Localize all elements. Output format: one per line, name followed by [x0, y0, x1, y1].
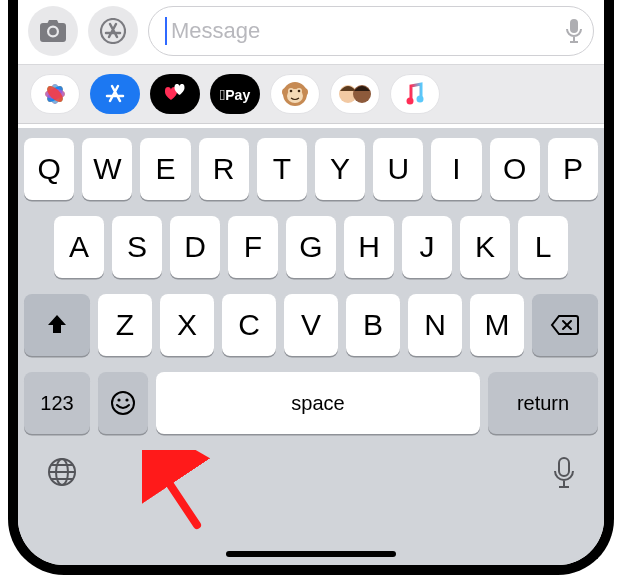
globe-icon [46, 456, 78, 488]
app-apple-pay[interactable]: Pay [210, 74, 260, 114]
memoji-faces-icon [338, 81, 372, 107]
monkey-icon [280, 79, 310, 109]
text-cursor [165, 17, 167, 45]
globe-key[interactable] [46, 456, 78, 490]
svg-point-24 [125, 398, 128, 401]
camera-button[interactable] [28, 6, 78, 56]
keyboard-footer [24, 444, 598, 490]
apple-pay-label: Pay [220, 86, 250, 103]
home-indicator[interactable] [226, 551, 396, 557]
key-row-3: Z X C V B N M [24, 294, 598, 356]
keyboard: Q W E R T Y U I O P A S D F G H [18, 128, 604, 565]
key-r[interactable]: R [199, 138, 249, 200]
key-row-2: A S D F G H J K L [24, 216, 598, 278]
appstore-icon [100, 18, 126, 44]
key-e[interactable]: E [140, 138, 190, 200]
imessage-app-strip: Pay [18, 64, 604, 124]
svg-point-21 [417, 96, 424, 103]
dictation-button-inline[interactable] [565, 18, 583, 44]
backspace-icon [550, 314, 580, 336]
key-k[interactable]: K [460, 216, 510, 278]
key-q[interactable]: Q [24, 138, 74, 200]
iphone-frame: Message Pay [8, 0, 614, 575]
key-d[interactable]: D [170, 216, 220, 278]
shift-key[interactable] [24, 294, 90, 356]
hearts-icon [160, 83, 190, 105]
key-o[interactable]: O [490, 138, 540, 200]
svg-point-20 [407, 98, 414, 105]
app-drawer-button[interactable] [88, 6, 138, 56]
key-v[interactable]: V [284, 294, 338, 356]
key-b[interactable]: B [346, 294, 400, 356]
key-m[interactable]: M [470, 294, 524, 356]
return-key[interactable]: return [488, 372, 598, 434]
key-row-1: Q W E R T Y U I O P [24, 138, 598, 200]
photos-icon [42, 81, 68, 107]
app-memoji[interactable] [330, 74, 380, 114]
key-s[interactable]: S [112, 216, 162, 278]
dictation-key[interactable] [552, 456, 576, 490]
key-f[interactable]: F [228, 216, 278, 278]
key-h[interactable]: H [344, 216, 394, 278]
microphone-icon [552, 456, 576, 490]
svg-point-22 [112, 392, 134, 414]
appstore-logo-icon [103, 82, 127, 106]
key-a[interactable]: A [54, 216, 104, 278]
app-photos[interactable] [30, 74, 80, 114]
app-music[interactable] [390, 74, 440, 114]
svg-point-23 [117, 398, 120, 401]
key-p[interactable]: P [548, 138, 598, 200]
svg-rect-27 [559, 458, 569, 476]
message-placeholder: Message [171, 18, 260, 44]
app-store[interactable] [90, 74, 140, 114]
app-animoji[interactable] [270, 74, 320, 114]
music-note-icon [405, 82, 425, 106]
key-row-bottom: 123 space return [24, 372, 598, 434]
key-x[interactable]: X [160, 294, 214, 356]
app-digital-touch[interactable] [150, 74, 200, 114]
key-l[interactable]: L [518, 216, 568, 278]
key-i[interactable]: I [431, 138, 481, 200]
numbers-key[interactable]: 123 [24, 372, 90, 434]
microphone-icon [565, 18, 583, 44]
key-j[interactable]: J [402, 216, 452, 278]
shift-icon [45, 313, 69, 337]
backspace-key[interactable] [532, 294, 598, 356]
key-n[interactable]: N [408, 294, 462, 356]
message-composer-row: Message [18, 0, 604, 64]
key-z[interactable]: Z [98, 294, 152, 356]
key-y[interactable]: Y [315, 138, 365, 200]
message-input[interactable]: Message [148, 6, 594, 56]
key-g[interactable]: G [286, 216, 336, 278]
emoji-key[interactable] [98, 372, 148, 434]
emoji-smile-icon [109, 389, 137, 417]
space-key[interactable]: space [156, 372, 480, 434]
svg-point-17 [298, 90, 301, 93]
camera-icon [40, 20, 66, 42]
key-w[interactable]: W [82, 138, 132, 200]
key-c[interactable]: C [222, 294, 276, 356]
svg-rect-1 [570, 19, 578, 33]
key-t[interactable]: T [257, 138, 307, 200]
svg-point-16 [290, 90, 293, 93]
key-u[interactable]: U [373, 138, 423, 200]
